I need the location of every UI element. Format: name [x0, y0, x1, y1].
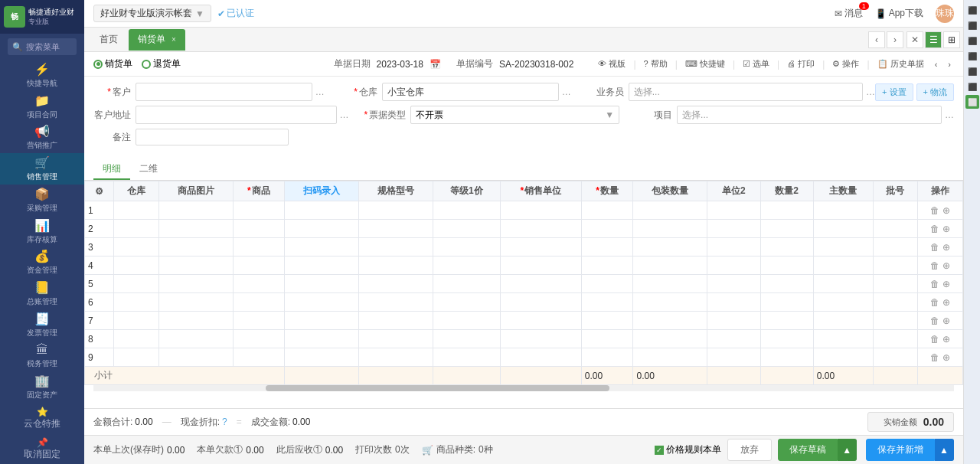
sidebar-item-accounting[interactable]: 📒 总账管理 [0, 278, 84, 309]
sidebar-item-invoice[interactable]: 🧾 发票管理 [0, 309, 84, 341]
row-delete-btn[interactable]: 🗑 [930, 205, 939, 216]
col-settings[interactable]: ⚙ [85, 181, 114, 201]
row-delete-btn[interactable]: 🗑 [930, 352, 939, 363]
table-row: 9🗑⊕ [85, 348, 963, 367]
panel-btn-3[interactable]: ⬛ [965, 34, 979, 47]
toolbar-shortcut-btn[interactable]: ⌨ 快捷键 [682, 57, 728, 71]
panel-btn-5[interactable]: ⬛ [965, 64, 979, 78]
panel-btn-2[interactable]: ⬛ [965, 18, 979, 32]
row-copy-btn[interactable]: ⊕ [942, 334, 950, 345]
table-row: 5🗑⊕ [85, 275, 963, 293]
radio-return[interactable]: 退货单 [142, 57, 181, 70]
user-profile[interactable]: 珠珠 [936, 5, 954, 23]
row-copy-btn[interactable]: ⊕ [942, 205, 950, 216]
toolbar-next-btn[interactable]: › [945, 58, 954, 70]
company-selector[interactable]: 好业财专业版演示帐套 ▼ [93, 5, 211, 22]
main-content: 好业财专业版演示帐套 ▼ ✔ 已认证 ✉ 1 消息 📱 App下载 珠珠 [84, 0, 963, 464]
sidebar-item-fixed[interactable]: 🏢 固定资产 [0, 371, 84, 403]
row-delete-btn[interactable]: 🗑 [930, 224, 939, 234]
tab-sales-order[interactable]: 销货单 × [129, 29, 185, 51]
panel-btn-6[interactable]: ⬛ [965, 80, 979, 93]
memo-input[interactable] [136, 129, 289, 145]
address-input[interactable] [136, 106, 337, 124]
messages-btn[interactable]: ✉ 1 消息 [835, 7, 863, 20]
toolbar-help-btn[interactable]: ? 帮助 [641, 57, 671, 71]
sidebar-item-special[interactable]: ⭐ 云仓特推 [0, 403, 84, 433]
panel-btn-1[interactable]: ⬛ [965, 3, 979, 17]
row-delete-btn[interactable]: 🗑 [930, 334, 939, 345]
calendar-icon[interactable]: 📅 [430, 59, 441, 70]
row-delete-btn[interactable]: 🗑 [930, 279, 939, 289]
tab-home[interactable]: 首页 [90, 29, 127, 51]
tab-next-btn[interactable]: › [887, 31, 903, 48]
warehouse-input[interactable]: 小宝仓库 [382, 83, 559, 101]
tab-view-list-btn[interactable]: ☰ [925, 31, 942, 48]
toolbar-prev-btn[interactable]: ‹ [932, 58, 941, 70]
table-scrollbar[interactable] [93, 385, 954, 391]
price-rule-checkbox[interactable]: ✓ 价格规则本单 [655, 443, 721, 456]
address-search-btn[interactable]: … [340, 109, 349, 120]
row-copy-btn[interactable]: ⊕ [942, 279, 950, 289]
save-draft-btn[interactable]: 保存草稿 [778, 439, 838, 461]
col-main-qty: 主数量 [813, 181, 873, 201]
sidebar-item-marketing[interactable]: 📢 营销推广 [0, 123, 84, 154]
row-copy-btn[interactable]: ⊕ [942, 315, 950, 326]
toolbar-ops-btn[interactable]: ⚙ 操作 [829, 57, 862, 71]
sidebar-item-quick-nav[interactable]: ⚡ 快捷导航 [0, 60, 84, 91]
panel-btn-4[interactable]: ⬛ [965, 49, 979, 63]
tab-view-grid-btn[interactable]: ⊞ [943, 31, 960, 48]
col-batch-import[interactable]: 扫码录入 [285, 181, 359, 201]
tab-close-icon[interactable]: × [172, 35, 176, 44]
customer-input[interactable] [136, 83, 312, 101]
toolbar-history-btn[interactable]: 📋 历史单据 [874, 57, 927, 71]
app-download-btn[interactable]: 📱 App下载 [875, 7, 923, 20]
invoice-field-group: *票据类型 不开票 ▼ [364, 106, 620, 124]
project-input[interactable]: 选择... [677, 106, 942, 124]
sidebar-item-sales[interactable]: 🛒 销售管理 [0, 153, 84, 185]
radio-sales[interactable]: 销货单 [93, 57, 132, 70]
discount-info-icon[interactable]: ? [222, 417, 227, 427]
row-copy-btn[interactable]: ⊕ [942, 224, 950, 234]
invoice-select[interactable]: 不开票 ▼ [410, 106, 619, 124]
row-copy-btn[interactable]: ⊕ [942, 242, 950, 253]
table-wrapper: ⚙ 仓库 商品图片 *商品 扫码录入 规格型号 等级1价 *销售单位 *数量 包… [84, 181, 963, 408]
table-row: 7🗑⊕ [85, 312, 963, 330]
tab-detail-erwei[interactable]: 二维 [130, 159, 167, 180]
toolbar-select-btn[interactable]: ☑ 选单 [740, 57, 773, 71]
save-new-btn[interactable]: 保存并新增 [866, 439, 935, 461]
panel-btn-7[interactable]: ⬜ [965, 95, 979, 109]
logistics-btn[interactable]: + 物流 [916, 83, 954, 101]
row-copy-btn[interactable]: ⊕ [942, 260, 950, 271]
row-delete-btn[interactable]: 🗑 [930, 297, 939, 308]
toolbar-view-btn[interactable]: 👁 视版 [595, 57, 629, 71]
project-search-btn[interactable]: … [945, 109, 954, 120]
col-warehouse: 仓库 [114, 181, 159, 201]
sidebar-item-project[interactable]: 📁 项目合同 [0, 91, 84, 123]
row-copy-btn[interactable]: ⊕ [942, 297, 950, 308]
tab-close-all-btn[interactable]: ✕ [906, 31, 923, 48]
row-delete-btn[interactable]: 🗑 [930, 242, 939, 253]
content-area: 销货单 退货单 单据日期 2023-03-18 📅 单据编号 SA-202303… [84, 52, 963, 464]
abandon-btn[interactable]: 放弃 [727, 439, 772, 461]
save-new-dropdown-btn[interactable]: ▲ [935, 439, 954, 461]
toolbar-print-btn[interactable]: 🖨 打印 [784, 57, 818, 71]
set-btn[interactable]: + 设置 [875, 83, 913, 101]
save-new-group: 保存并新增 ▲ [863, 439, 954, 461]
warehouse-search-btn[interactable]: … [562, 87, 571, 97]
row-delete-btn[interactable]: 🗑 [930, 260, 939, 271]
sidebar-item-inventory[interactable]: 📊 库存核算 [0, 216, 84, 247]
sidebar-item-tax[interactable]: 🏛 税务管理 [0, 341, 84, 372]
customer-search-btn[interactable]: … [315, 87, 325, 97]
form-row-address: 客户地址 … *票据类型 不开票 ▼ 项目 选择... … [93, 106, 954, 124]
salesman-search-btn[interactable]: … [866, 87, 875, 97]
sidebar-item-capital[interactable]: 💰 资金管理 [0, 247, 84, 278]
tab-prev-btn[interactable]: ‹ [868, 31, 885, 48]
sidebar-search[interactable]: 🔍 搜索菜单 [8, 38, 77, 55]
sidebar-item-cancel-fixed[interactable]: 📌 取消固定 [0, 433, 84, 464]
row-delete-btn[interactable]: 🗑 [930, 315, 939, 326]
salesman-input[interactable]: 选择... [629, 83, 863, 101]
row-copy-btn[interactable]: ⊕ [942, 352, 950, 363]
sidebar-item-purchase[interactable]: 📦 采购管理 [0, 185, 84, 216]
tab-detail-mingxi[interactable]: 明细 [93, 159, 130, 180]
save-draft-dropdown-btn[interactable]: ▲ [838, 439, 857, 461]
